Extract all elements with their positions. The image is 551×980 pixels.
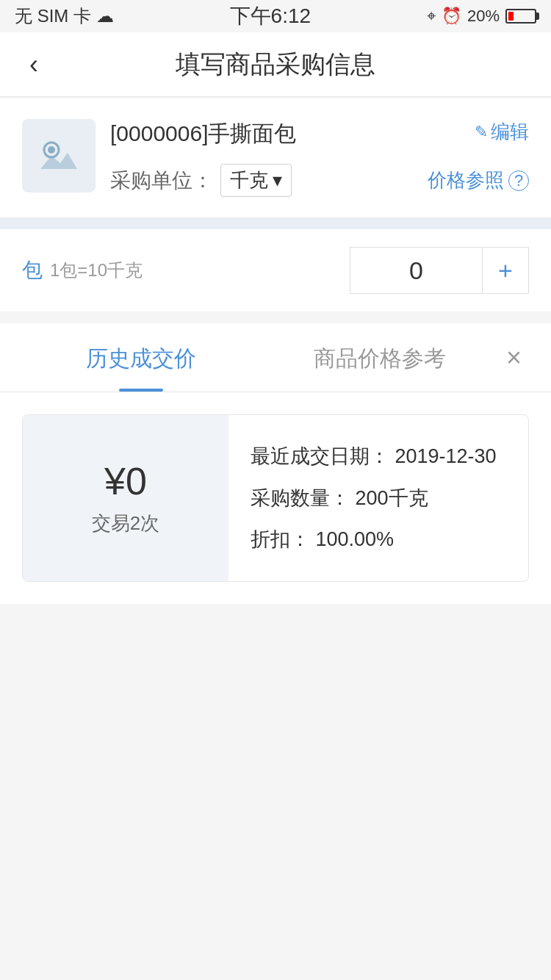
unit-badge: 包 xyxy=(22,256,43,284)
unit-label: 采购单位： xyxy=(110,167,213,195)
discount-label: 折扣： xyxy=(251,528,310,550)
product-section: [0000006]手撕面包 ✎ 编辑 采购单位： 千克 ▾ 价格参照 ? xyxy=(0,98,551,217)
back-button[interactable]: ‹ xyxy=(22,42,46,87)
status-time: 下午6:12 xyxy=(230,2,311,30)
latest-date-label: 最近成交日期： xyxy=(251,445,389,467)
tab-section: 历史成交价 商品价格参考 × ¥0 交易2次 最近成交日期： 2019-12-3… xyxy=(0,323,551,604)
quantity-plus-button[interactable]: + xyxy=(482,247,529,294)
tab-history-label: 历史成交价 xyxy=(86,346,196,370)
quantity-label: 采购数量： xyxy=(251,487,350,509)
price-amount: ¥0 xyxy=(104,459,147,503)
price-card-left: ¥0 交易2次 xyxy=(23,415,228,581)
tab-header: 历史成交价 商品价格参考 × xyxy=(0,323,551,392)
unit-selector-group: 采购单位： 千克 ▾ xyxy=(110,164,292,197)
svg-point-1 xyxy=(48,146,55,154)
discount-row: 折扣： 100.00% xyxy=(251,525,506,555)
page-title: 填写商品采购信息 xyxy=(176,48,375,82)
section-divider xyxy=(0,217,551,229)
unit-conversion: 1包=10千克 xyxy=(50,259,143,282)
price-card-right: 最近成交日期： 2019-12-30 采购数量： 200千克 折扣： 100.0… xyxy=(228,415,528,581)
quantity-row: 包 1包=10千克 + xyxy=(0,229,551,311)
product-name: [0000006]手撕面包 xyxy=(110,119,296,149)
alarm-icon: ⏰ xyxy=(442,7,461,26)
price-card: ¥0 交易2次 最近成交日期： 2019-12-30 采购数量： 200千克 折… xyxy=(22,414,529,582)
help-icon: ? xyxy=(508,170,529,191)
location-icon: ⌖ xyxy=(427,7,436,26)
discount-value: 100.00% xyxy=(316,528,395,550)
unit-info: 包 1包=10千克 xyxy=(22,256,143,284)
quantity-input[interactable] xyxy=(350,247,482,294)
status-bar: 无 SIM 卡 ☁ 下午6:12 ⌖ ⏰ 20% xyxy=(0,0,551,32)
battery-percent: 20% xyxy=(467,7,500,26)
product-unit-row: 采购单位： 千克 ▾ 价格参照 ? xyxy=(110,164,529,197)
tab-price-reference[interactable]: 商品价格参考 xyxy=(260,323,498,392)
dropdown-arrow-icon: ▾ xyxy=(273,169,282,192)
status-left: 无 SIM 卡 ☁ xyxy=(15,4,114,28)
product-info: [0000006]手撕面包 ✎ 编辑 采购单位： 千克 ▾ 价格参照 ? xyxy=(110,119,529,197)
edit-button[interactable]: ✎ 编辑 xyxy=(475,119,529,145)
price-ref-button[interactable]: 价格参照 ? xyxy=(428,167,529,193)
latest-date-row: 最近成交日期： 2019-12-30 xyxy=(251,442,506,472)
sim-signal-text: 无 SIM 卡 ☁ xyxy=(15,4,114,28)
tab-history-price[interactable]: 历史成交价 xyxy=(22,323,260,392)
edit-icon: ✎ xyxy=(475,123,488,142)
product-image xyxy=(22,119,96,192)
unit-dropdown[interactable]: 千克 ▾ xyxy=(220,164,292,197)
latest-date-value: 2019-12-30 xyxy=(395,445,497,467)
nav-bar: ‹ 填写商品采购信息 xyxy=(0,32,551,97)
product-header: [0000006]手撕面包 ✎ 编辑 xyxy=(110,119,529,149)
quantity-row-detail: 采购数量： 200千克 xyxy=(251,483,506,514)
unit-value: 千克 xyxy=(230,167,268,193)
trade-count: 交易2次 xyxy=(92,511,159,536)
status-right: ⌖ ⏰ 20% xyxy=(427,7,536,26)
battery-icon xyxy=(505,9,536,24)
tab-reference-label: 商品价格参考 xyxy=(314,346,446,370)
quantity-control: + xyxy=(350,247,529,294)
tab-close-button[interactable]: × xyxy=(499,335,529,381)
tab-content-history: ¥0 交易2次 最近成交日期： 2019-12-30 采购数量： 200千克 折… xyxy=(0,392,551,604)
battery-fill xyxy=(508,12,514,21)
price-ref-label: 价格参照 xyxy=(428,167,504,193)
edit-label: 编辑 xyxy=(491,119,529,145)
quantity-value: 200千克 xyxy=(356,487,428,509)
